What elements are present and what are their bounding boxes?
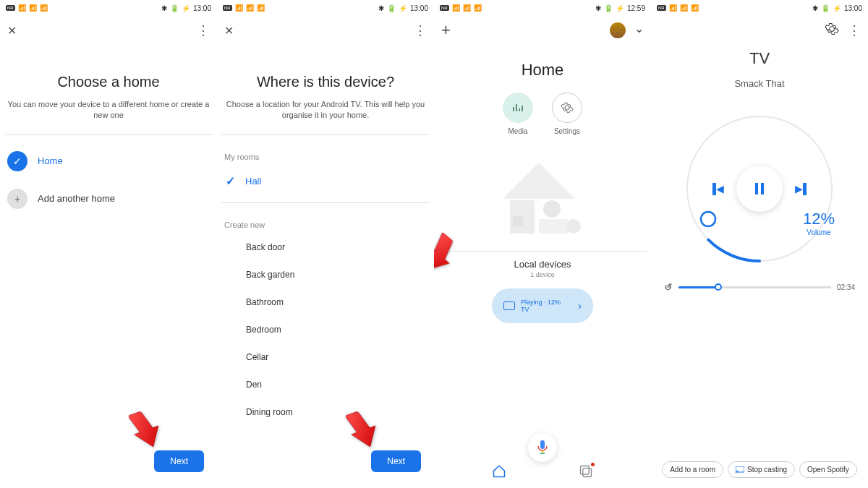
add-home-label: Add another home xyxy=(38,193,115,204)
status-bar: NR📶📶📶 ✱🔋⚡12:59 xyxy=(434,0,651,16)
add-home-option[interactable]: + Add another home xyxy=(0,180,217,218)
plus-icon: + xyxy=(7,189,27,209)
page-title: Choose a home xyxy=(0,45,217,99)
next-button[interactable]: Next xyxy=(371,450,421,472)
page-subtitle: Choose a location for your Android TV. T… xyxy=(217,99,434,134)
svg-point-12 xyxy=(701,212,715,226)
local-devices-header: Local devices xyxy=(434,259,651,270)
my-rooms-label: My rooms xyxy=(217,142,434,166)
room-option[interactable]: Bedroom xyxy=(217,316,434,343)
cast-icon xyxy=(503,301,515,310)
close-icon[interactable] xyxy=(224,24,234,38)
svg-rect-2 xyxy=(513,216,523,226)
track-title: Smack That xyxy=(651,78,868,89)
player-title: TV xyxy=(651,49,868,68)
arrow-callout xyxy=(434,229,462,278)
room-option[interactable]: Cellar xyxy=(217,343,434,371)
svg-point-5 xyxy=(566,219,581,234)
media-button[interactable] xyxy=(503,93,533,123)
room-option[interactable]: Bathroom xyxy=(217,288,434,316)
room-option[interactable]: Back garden xyxy=(217,261,434,288)
gear-icon[interactable] xyxy=(825,22,839,39)
add-icon[interactable] xyxy=(441,21,451,40)
page-subtitle: You can move your device to a different … xyxy=(0,99,217,134)
progress-slider[interactable] xyxy=(678,286,831,288)
home-option-label: Home xyxy=(38,155,63,166)
svg-rect-6 xyxy=(540,440,545,449)
check-icon: ✓ xyxy=(7,151,27,171)
room-option[interactable]: Den xyxy=(217,371,434,398)
pause-button[interactable] xyxy=(736,166,783,212)
status-time: 13:00 xyxy=(193,4,211,12)
home-option[interactable]: ✓ Home xyxy=(0,142,217,180)
chevron-right-icon xyxy=(578,299,582,312)
more-icon[interactable] xyxy=(197,22,210,38)
avatar[interactable] xyxy=(610,22,626,38)
local-devices-sub: 1 device xyxy=(434,271,651,278)
duration-label: 02:34 xyxy=(837,283,855,291)
arrow-callout xyxy=(129,411,159,449)
settings-label: Settings xyxy=(554,127,580,135)
skip-previous-icon[interactable]: ▐◀ xyxy=(709,183,724,194)
room-option[interactable]: Dining room xyxy=(217,398,434,426)
status-bar: NR📶📶📶 ✱🔋⚡13:00 xyxy=(217,0,434,16)
open-spotify-chip[interactable]: Open Spotify xyxy=(799,461,857,478)
volume-readout: 12% Volume xyxy=(803,210,835,236)
hero-illustration xyxy=(434,148,651,235)
stop-casting-chip[interactable]: Stop casting xyxy=(728,461,795,478)
nav-activity-icon[interactable] xyxy=(579,464,593,481)
svg-rect-9 xyxy=(581,466,590,475)
svg-rect-10 xyxy=(583,468,592,477)
hall-label: Hall xyxy=(245,176,261,187)
close-icon[interactable] xyxy=(7,24,17,38)
room-option[interactable]: Back door xyxy=(217,234,434,261)
device-name: TV xyxy=(521,306,572,313)
more-icon[interactable] xyxy=(848,22,861,38)
svg-rect-4 xyxy=(539,219,568,234)
status-time: 13:00 xyxy=(410,4,428,12)
nav-home-icon[interactable] xyxy=(492,464,506,481)
next-button[interactable]: Next xyxy=(154,450,204,472)
page-title: Where is this device? xyxy=(217,45,434,99)
volume-dial[interactable]: ▐◀ ▶▌ 12% Volume xyxy=(680,109,839,268)
status-time: 13:00 xyxy=(844,4,862,12)
add-to-room-chip[interactable]: Add to a room xyxy=(662,461,723,478)
status-bar: NR📶📶📶 ✱🔋⚡13:00 xyxy=(651,0,868,16)
create-new-label: Create new xyxy=(217,210,434,234)
svg-point-3 xyxy=(543,200,561,218)
skip-next-icon[interactable]: ▶▌ xyxy=(795,183,810,194)
device-status: Playing · 12% xyxy=(521,299,572,306)
check-icon xyxy=(226,174,235,188)
status-time: 12:59 xyxy=(627,4,645,12)
svg-marker-0 xyxy=(503,163,575,199)
chevron-down-icon[interactable] xyxy=(634,24,644,38)
media-label: Media xyxy=(508,127,527,135)
status-bar: NR📶📶📶 ✱🔋⚡13:00 xyxy=(0,0,217,16)
device-card-tv[interactable]: Playing · 12% TV xyxy=(492,288,593,323)
more-icon[interactable] xyxy=(414,22,427,38)
replay-30-icon[interactable]: ↺ xyxy=(664,281,673,293)
settings-button[interactable] xyxy=(552,93,582,123)
hall-option[interactable]: Hall xyxy=(217,166,434,197)
home-title: Home xyxy=(434,45,651,93)
